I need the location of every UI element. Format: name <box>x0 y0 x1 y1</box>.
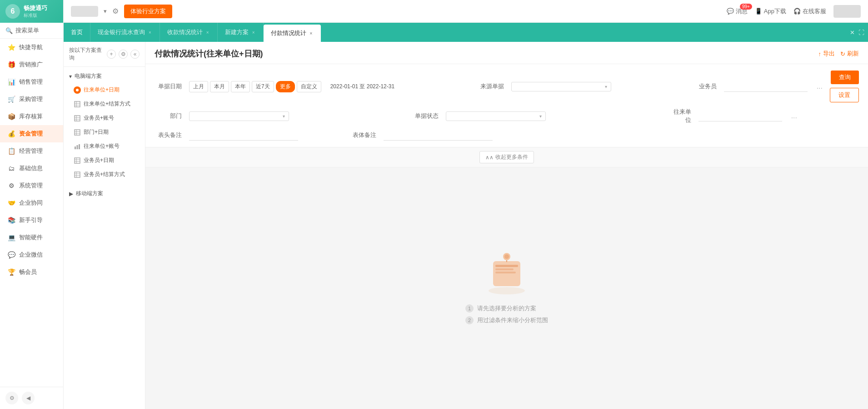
sidebar-item-marketing[interactable]: 🎁 营销推广 <box>0 56 63 73</box>
capital-icon: 💰 <box>7 130 15 138</box>
scheme-salesperson-account-label: 业务员+账号 <box>84 114 114 122</box>
app-download[interactable]: 📱 App下载 <box>755 7 786 15</box>
tab-new-scheme-close[interactable]: × <box>251 29 256 36</box>
body-note-label: 表体备注 <box>349 131 376 139</box>
header-note-input[interactable] <box>189 130 298 141</box>
tab-payment-stats-close[interactable]: × <box>309 30 314 37</box>
export-button[interactable]: ↑ 导出 <box>818 50 835 58</box>
scheme-salesperson-payment[interactable]: 业务员+结算方式 <box>64 167 145 182</box>
desktop-section-title[interactable]: ▾ 电脑端方案 <box>64 70 145 83</box>
tip-text-1: 请先选择要分析的方案 <box>477 304 536 313</box>
add-icon: + <box>110 51 113 57</box>
settings-footer-btn[interactable]: ⚙ <box>5 392 18 404</box>
sidebar-item-operations[interactable]: 📋 经营管理 <box>0 142 63 160</box>
sidebar-item-enterprise[interactable]: 🤝 企业协同 <box>0 194 63 212</box>
user-avatar-placeholder <box>71 6 98 17</box>
date-range-display: 2022-01-01 至 2022-12-31 <box>330 83 394 91</box>
date-btn-last-7-days[interactable]: 近7天 <box>252 81 274 92</box>
sidebar-item-wechat[interactable]: 💬 企业微信 <box>0 246 63 263</box>
scheme-settings-btn[interactable]: ⚙ <box>119 50 128 59</box>
sidebar-item-guide[interactable]: 📚 新手引导 <box>0 212 63 229</box>
date-btn-this-year[interactable]: 本年 <box>231 81 250 92</box>
date-btn-this-month[interactable]: 本月 <box>210 81 229 92</box>
bill-status-select[interactable]: ▾ <box>446 111 546 121</box>
date-btn-last-month[interactable]: 上月 <box>189 81 208 92</box>
scheme-partner-account[interactable]: 往来单位+账号 <box>64 139 145 153</box>
source-select[interactable]: ▾ <box>511 82 611 91</box>
mobile-section-title[interactable]: ▶ 移动端方案 <box>64 187 145 200</box>
tab-expand-icon[interactable]: ⛶ <box>858 29 864 36</box>
dept-select[interactable]: ▾ <box>189 111 289 121</box>
messages-badge[interactable]: 💬 消息 99+ <box>727 7 748 15</box>
partner-dots[interactable]: ... <box>791 112 797 120</box>
tab-cash-bank-close[interactable]: × <box>148 29 152 36</box>
scheme-partner-date[interactable]: 往来单位+日期 <box>64 83 145 97</box>
collapse-panel-btn[interactable]: « <box>130 50 140 59</box>
collapse-sidebar-btn[interactable]: ◀ <box>22 392 35 404</box>
header-settings-icon[interactable]: ⚙ <box>112 7 119 15</box>
svg-rect-20 <box>75 172 80 177</box>
scheme-salesperson-account[interactable]: 业务员+账号 <box>64 111 145 125</box>
tab-receipt-stats[interactable]: 收款情况统计 × <box>160 23 218 42</box>
sidebar-item-label: 采购管理 <box>19 95 43 103</box>
right-content: 付款情况统计(往来单位+日期) ↑ 导出 ↻ 刷新 单据日期 <box>145 42 868 409</box>
scheme-chart-icon <box>74 143 81 150</box>
sidebar-item-hardware[interactable]: 💻 智能硬件 <box>0 229 63 246</box>
header-note-label: 表头备注 <box>155 131 182 139</box>
header-chevron-icon[interactable]: ▾ <box>104 8 107 15</box>
date-buttons: 上月 本月 本年 近7天 更多 自定义 <box>189 81 321 92</box>
sidebar-item-member[interactable]: 🏆 畅会员 <box>0 263 63 281</box>
date-btn-more[interactable]: 更多 <box>276 81 295 92</box>
sidebar-search[interactable]: 🔍 搜索菜单 <box>0 23 63 39</box>
scheme-salesperson-date[interactable]: 业务员+日期 <box>64 153 145 167</box>
sidebar-item-quick-nav[interactable]: ⭐ 快捷导航 <box>0 39 63 56</box>
filter-row-3: 表头备注 表体备注 <box>155 130 859 141</box>
user-avatar-right[interactable] <box>833 5 861 18</box>
tab-bar-spacer <box>321 23 846 42</box>
sidebar-item-system[interactable]: ⚙ 系统管理 <box>0 177 63 194</box>
salesperson-input[interactable] <box>724 81 808 92</box>
sidebar-item-inventory[interactable]: 📦 库存核算 <box>0 108 63 125</box>
enterprise-icon: 🤝 <box>7 199 15 207</box>
scheme-partner-payment[interactable]: 往来单位+结算方式 <box>64 97 145 111</box>
scheme-dept-date[interactable]: 部门+日期 <box>64 125 145 139</box>
query-button[interactable]: 查询 <box>831 71 859 84</box>
refresh-button[interactable]: ↻ 刷新 <box>840 50 859 58</box>
sidebar-item-label: 基础信息 <box>19 164 43 172</box>
add-scheme-btn[interactable]: + <box>107 50 116 59</box>
left-panel-title: 按以下方案查询 <box>69 46 107 62</box>
logo-sub: 标准版 <box>24 12 47 19</box>
sidebar-footer: ⚙ ◀ <box>0 387 63 409</box>
trial-button[interactable]: 体验行业方案 <box>124 5 172 18</box>
member-icon: 🏆 <box>7 268 15 276</box>
settings-button[interactable]: 设置 <box>830 88 859 102</box>
tab-payment-stats[interactable]: 付款情况统计 × <box>264 25 321 42</box>
sidebar-item-purchase[interactable]: 🛒 采购管理 <box>0 91 63 108</box>
tab-receipt-stats-close[interactable]: × <box>205 29 210 36</box>
mobile-section-label: 移动端方案 <box>76 190 103 197</box>
collapse-more-btn[interactable]: ∧∧ 收起更多条件 <box>479 151 534 163</box>
tab-close-all-icon[interactable]: ✕ <box>850 29 855 36</box>
quick-nav-icon: ⭐ <box>7 43 15 51</box>
date-btn-custom[interactable]: 自定义 <box>297 81 321 92</box>
tab-new-scheme[interactable]: 新建方案 × <box>218 23 264 42</box>
svg-point-24 <box>489 287 525 294</box>
export-label: 导出 <box>823 50 835 58</box>
tab-cash-bank[interactable]: 现金银行流水查询 × <box>90 23 160 42</box>
sidebar-item-basic-info[interactable]: 🗂 基础信息 <box>0 160 63 177</box>
message-icon: 💬 <box>727 8 734 15</box>
online-support[interactable]: 🎧 在线客服 <box>793 7 826 15</box>
sidebar-item-capital[interactable]: 💰 资金管理 <box>0 125 63 142</box>
body-note-input[interactable] <box>384 130 493 141</box>
scheme-partner-payment-label: 往来单位+结算方式 <box>84 100 130 108</box>
svg-rect-9 <box>75 130 80 135</box>
sidebar-item-label: 企业协同 <box>19 199 43 207</box>
main-area: ▾ ⚙ 体验行业方案 💬 消息 99+ 📱 App下载 🎧 在线客服 首页 <box>64 0 868 409</box>
partner-input[interactable] <box>698 111 782 121</box>
tab-home[interactable]: 首页 <box>64 23 90 42</box>
bill-status-arrow-icon: ▾ <box>539 114 542 119</box>
scheme-table-icon4 <box>74 157 81 164</box>
sidebar-item-sales[interactable]: 📊 销售管理 <box>0 73 63 91</box>
svg-rect-26 <box>495 265 518 267</box>
salesperson-dots[interactable]: ... <box>817 82 823 91</box>
